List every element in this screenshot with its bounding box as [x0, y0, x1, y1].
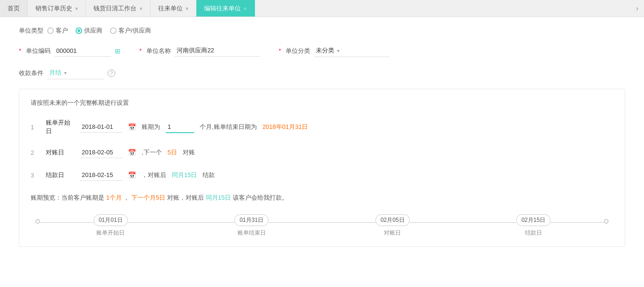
preview-label: 账期预览：当前客户账期是 — [31, 194, 104, 201]
radio-both[interactable]: 客户/供应商 — [110, 26, 151, 35]
timeline-line-2 — [181, 222, 235, 223]
timeline-bubble-wrap-1: 01月01日 — [93, 214, 128, 226]
tab-sales-history-label: 销售订单历史 — [35, 4, 72, 13]
timeline-line-2b — [269, 222, 322, 223]
tab-edit-partner[interactable]: 编辑往来单位 × — [196, 0, 254, 17]
preview-sep1: ， — [123, 194, 129, 201]
tab-partner-label: 往来单位 — [158, 4, 183, 13]
unit-category-dropdown[interactable]: 未分类 ▾ — [314, 44, 390, 57]
timeline-line-1 — [40, 222, 93, 223]
tab-home-label: 首页 — [8, 4, 20, 13]
unit-name-input[interactable] — [175, 45, 260, 57]
timeline-bubble-3: 02月05日 — [375, 214, 410, 226]
preview-part3: 对账，对账后 — [167, 194, 204, 201]
timeline-dot-left — [35, 219, 40, 224]
period-label: 账期为 — [142, 123, 160, 131]
radio-supplier[interactable]: 供应商 — [76, 26, 102, 35]
payment-desc-suffix: 结款 — [203, 171, 215, 179]
timeline-line-3 — [322, 222, 375, 223]
tab-bar: 首页 销售订单历史 × 钱货日清工作台 × 往来单位 × 编辑往来单位 × › — [0, 0, 644, 17]
row-label-2: 对账日 — [46, 148, 74, 157]
timeline-line-1b — [128, 222, 181, 223]
tab-cash-work[interactable]: 钱货日清工作台 × — [86, 0, 150, 17]
payment-date-cal-icon[interactable]: 📅 — [128, 171, 136, 179]
timeline-line-node-4: 02月15日 — [463, 214, 604, 226]
timeline-node-4: 02月15日 结款日 — [463, 214, 604, 237]
reconcile-desc-highlight: 5日 — [168, 148, 177, 157]
radio-both-label: 客户/供应商 — [119, 26, 151, 35]
unit-category-star: * — [279, 47, 281, 54]
period-unit-text: 个月,账单结束日期为 — [200, 123, 257, 131]
unit-type-radio-group: 客户 供应商 客户/供应商 — [47, 26, 151, 35]
tab-sales-history-close[interactable]: × — [75, 6, 78, 11]
timeline-bubble-wrap-3: 02月05日 — [375, 214, 410, 226]
settings-section: 请按照未来的一个完整帐期进行设置 1 账单开始日 📅 账期为 个月,账单结束日期… — [19, 89, 625, 247]
payment-condition-label: 收款条件 — [19, 69, 43, 77]
tab-home[interactable]: 首页 — [0, 0, 28, 17]
unit-type-row: 单位类型 客户 供应商 客户/供应商 — [19, 26, 625, 35]
timeline-line-3b — [410, 222, 463, 223]
unit-category-label: 单位分类 — [286, 47, 310, 55]
timeline-line-4b — [551, 222, 604, 223]
unit-category-field: * 单位分类 未分类 ▾ — [279, 44, 390, 57]
payment-condition-arrow: ▾ — [64, 70, 67, 76]
radio-customer-label: 客户 — [56, 26, 68, 35]
unit-code-copy-icon[interactable]: ⊞ — [115, 47, 120, 55]
timeline-label-2: 账单结束日 — [237, 229, 266, 237]
tab-cash-work-close[interactable]: × — [139, 6, 142, 11]
unit-code-input[interactable] — [54, 45, 111, 57]
payment-condition-value: 月结 — [49, 68, 61, 77]
payment-help-icon[interactable]: ? — [108, 69, 115, 77]
timeline-node-3: 02月05日 对账日 — [322, 214, 463, 237]
preview-part1: 1个月 — [106, 194, 122, 201]
radio-both-circle — [110, 27, 117, 34]
unit-category-value: 未分类 — [316, 46, 334, 55]
preview-text: 账期预览：当前客户账期是 1个月 ， 下一个月5日 对账，对账后 同月15日 该… — [31, 192, 613, 203]
unit-code-field: * 单位编码 ⊞ — [19, 45, 120, 57]
row-num-2: 2 — [31, 149, 40, 156]
section-title: 请按照未来的一个完整帐期进行设置 — [31, 99, 613, 107]
unit-name-label: 单位名称 — [146, 47, 171, 55]
tab-partner[interactable]: 往来单位 × — [151, 0, 196, 17]
unit-code-star: * — [19, 47, 21, 54]
radio-supplier-label: 供应商 — [84, 26, 102, 35]
reconcile-date-cal-icon[interactable]: 📅 — [128, 149, 136, 156]
timeline-dot-right — [604, 219, 609, 224]
tab-edit-partner-close[interactable]: × — [244, 6, 246, 11]
reconcile-desc-prefix: ,下一个 — [142, 148, 162, 157]
setting-row-1: 1 账单开始日 📅 账期为 个月,账单结束日期为 2018年01月31日 — [31, 118, 613, 135]
timeline-bubble-1: 01月01日 — [93, 214, 128, 226]
main-content: 单位类型 客户 供应商 客户/供应商 * 单位编码 — [0, 17, 644, 287]
tab-sales-history[interactable]: 销售订单历史 × — [28, 0, 86, 17]
timeline-bubble-wrap-2: 01月31日 — [234, 214, 269, 226]
payment-desc-highlight: 同月15日 — [172, 171, 197, 179]
timeline-bubble-2: 01月31日 — [234, 214, 269, 226]
unit-info-row: * 单位编码 ⊞ * 单位名称 * 单位分类 未分类 ▾ — [19, 44, 625, 57]
start-date-cal-icon[interactable]: 📅 — [128, 123, 136, 131]
unit-name-field: * 单位名称 — [139, 45, 260, 57]
tab-partner-close[interactable]: × — [186, 6, 188, 11]
timeline: 01月01日 账单开始日 01月31日 账单结束日 — [31, 214, 613, 237]
timeline-label-1: 账单开始日 — [96, 229, 125, 237]
radio-customer-circle — [47, 27, 54, 34]
timeline-line-node-1: 01月01日 — [40, 214, 181, 226]
setting-row-2: 2 对账日 📅 ,下一个 5日 对账 — [31, 147, 613, 158]
start-date-input[interactable] — [80, 121, 122, 133]
timeline-bubble-wrap-4: 02月15日 — [516, 214, 551, 226]
unit-name-star: * — [139, 47, 142, 54]
unit-code-label: 单位编码 — [26, 47, 51, 55]
preview-part5: 该客户会给我打款。 — [233, 194, 288, 201]
payment-condition-dropdown[interactable]: 月结 ▾ — [47, 67, 104, 79]
timeline-bubble-4: 02月15日 — [516, 214, 551, 226]
unit-type-field: 单位类型 客户 供应商 客户/供应商 — [19, 26, 151, 35]
payment-date-input[interactable] — [80, 169, 122, 181]
radio-customer[interactable]: 客户 — [47, 26, 68, 35]
period-input[interactable] — [166, 121, 194, 133]
unit-type-label: 单位类型 — [19, 26, 43, 35]
setting-row-3: 3 结款日 📅 ，对账后 同月15日 结款 — [31, 169, 613, 181]
timeline-line-node-3: 02月05日 — [322, 214, 463, 226]
reconcile-date-input[interactable] — [80, 147, 122, 158]
timeline-label-3: 对账日 — [384, 229, 401, 237]
timeline-line-4 — [463, 222, 517, 223]
more-tabs-button[interactable]: › — [630, 0, 644, 17]
